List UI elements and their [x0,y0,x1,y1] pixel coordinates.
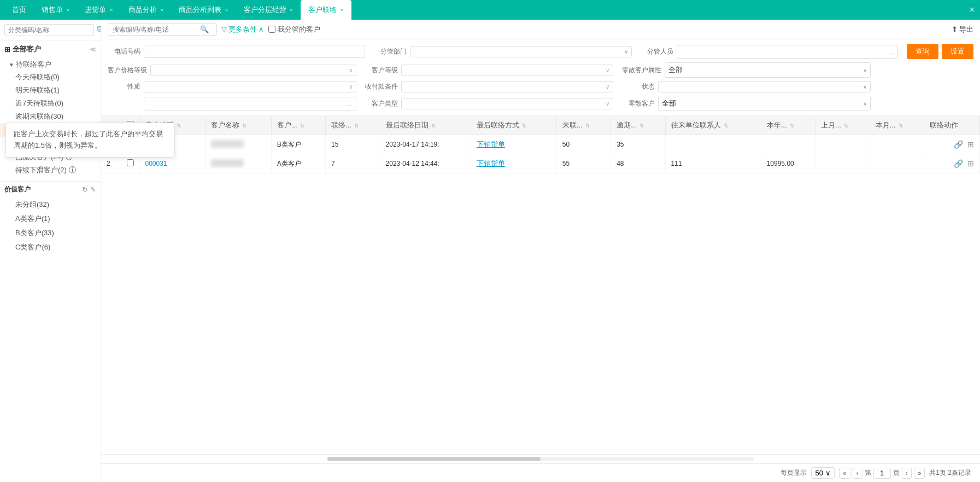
th-actions: 联络动作 [924,116,979,135]
sort-method-icon[interactable]: ⇅ [522,123,526,129]
query-button[interactable]: 查询 [907,44,938,59]
status-chevron-icon: ∨ [863,84,867,90]
sidebar-all-customers[interactable]: ⊞ 全部客户 ≪ [0,41,101,57]
my-customers-checkbox[interactable] [268,26,275,33]
filter-manager: 分管人员 ... [636,45,902,59]
edit-icon[interactable]: ✎ [90,185,96,194]
row1-last-month [815,135,870,154]
price-level-label: 客户价格等级 [108,66,147,75]
category-search-input[interactable] [4,24,94,36]
row2-overdue: 48 [611,154,665,173]
nav-product-analysis[interactable]: 商品分析 × [121,0,171,20]
sort-this-year-icon[interactable]: ⇅ [790,123,794,129]
row1-grid-icon[interactable]: ⊞ [967,140,974,149]
sort-type-icon[interactable]: ⇅ [300,123,304,129]
horizontal-scrollbar[interactable] [327,457,754,461]
next-page-button[interactable]: › [902,468,912,479]
value-customers-label: 价值客户 [4,185,31,194]
close-customer-contact-icon[interactable]: × [340,7,343,13]
phone-input[interactable] [144,45,365,58]
sort-contacts-icon[interactable]: ⇅ [724,123,728,129]
filter-payment-terms: 收付款条件 ∨ [361,81,618,92]
close-product-analysis-icon[interactable]: × [160,7,163,13]
sort-date-icon[interactable]: ⇅ [431,123,436,129]
sidebar-item-7day-contact[interactable]: 近7天待联络(0) [0,97,101,110]
status-select[interactable]: ∨ [658,81,871,92]
row2-link-icon[interactable]: 🔗 [954,159,963,168]
sidebar-item-ungroup[interactable]: 未分组(32) [0,198,101,212]
nav-customer-contact[interactable]: 客户联络 × [301,0,351,20]
page-size-selector[interactable]: 50 ∨ [811,467,834,479]
table-body: 1 000039 B类客户 15 2023-04-17 14:19: 下销货单 [101,135,980,173]
phone-label: 电话号码 [108,47,140,56]
nav-purchase-order[interactable]: 进货单 × [77,0,120,20]
sort-last-month-icon[interactable]: ⇅ [844,123,848,129]
status-label: 状态 [622,82,655,91]
row1-link-icon[interactable]: 🔗 [954,140,963,149]
extra-input[interactable]: ... [144,97,356,111]
department-chevron-icon: ∨ [624,49,628,55]
sort-unlisted-icon[interactable]: ⇅ [585,123,590,129]
per-page-label: 每页显示 [781,468,807,478]
sort-contact-icon[interactable]: ⇅ [354,123,359,129]
chevron-up-icon: ∧ [259,25,264,33]
page-label-pre: 第 [865,468,871,478]
collapse-sidebar-icon[interactable]: ≪ [90,46,96,53]
category-search-icon[interactable]: 🔍 [96,26,101,34]
prev-page-button[interactable]: ‹ [853,468,862,479]
customer-level-select[interactable]: ∨ [401,65,614,76]
close-customer-segmentation-icon[interactable]: × [290,7,293,13]
nav-home[interactable]: 首页 [4,0,34,20]
row2-checkbox[interactable] [127,159,134,166]
row2-method-link[interactable]: 下销货单 [477,159,505,167]
export-button[interactable]: ⬆ 导出 [952,25,973,34]
grid-icon: ⊞ [4,45,10,54]
close-product-analysis-list-icon[interactable]: × [225,7,228,13]
sidebar-item-c-class[interactable]: C类客户(6) [0,240,101,254]
row2-grid-icon[interactable]: ⊞ [967,159,974,168]
department-select[interactable]: ∨ [410,46,631,57]
page-number-input[interactable] [873,468,891,479]
my-customers-checkbox-area[interactable]: 我分管的客户 [268,25,320,34]
last-page-button[interactable]: » [914,468,925,479]
nature-select[interactable]: ∨ [144,81,356,92]
customer-type-select[interactable]: ∨ [401,98,614,109]
page-label: 页 [893,468,900,478]
nav-sales-order[interactable]: 销售单 × [34,0,77,20]
more-conditions-button[interactable]: ▽ 更多条件 ∧ [221,25,264,34]
refresh-icon[interactable]: ↻ [82,185,88,194]
th-this-year: 本年... ⇅ [761,116,815,135]
sort-name-icon[interactable]: ⇅ [242,123,247,129]
close-purchase-order-icon[interactable]: × [109,7,113,13]
scrollbar-thumb[interactable] [327,457,541,461]
row1-method-link[interactable]: 下销货单 [477,140,505,148]
department-label: 分管部门 [374,47,407,56]
payment-select[interactable]: ∨ [401,81,614,92]
retail-customer-select[interactable]: 全部 ∨ [658,96,871,111]
sidebar-bottom: 价值客户 ↻ ✎ [0,181,101,198]
close-sales-order-icon[interactable]: × [66,7,69,13]
settings-button[interactable]: 设置 [942,44,973,59]
sort-code-icon[interactable]: ⇅ [177,123,181,129]
retail-attr-select[interactable]: 全部 ∨ [665,62,871,78]
filter-nature: 性质 ∨ [108,81,361,92]
sidebar-item-a-class[interactable]: A类客户(1) [0,212,101,226]
sidebar-item-overdue-contact[interactable]: 逾期未联络(30) [0,110,101,123]
sidebar-item-tomorrow-contact[interactable]: 明天待联络(1) [0,84,101,97]
sidebar-section-pending[interactable]: ▼ 待联络客户 [0,57,101,71]
sidebar-item-b-class[interactable]: B类客户(33) [0,226,101,240]
nav-product-analysis-list[interactable]: 商品分析列表 × [171,0,236,20]
first-page-button[interactable]: « [839,468,850,479]
app-close-button[interactable]: × [970,5,975,15]
customer-type-chevron-icon: ∨ [606,101,609,107]
sidebar-item-today-contact[interactable]: 今天待联络(0) [0,71,101,84]
row2-name-blurred [211,159,244,167]
nav-customer-segmentation[interactable]: 客户分层经营 × [236,0,301,20]
price-level-select[interactable]: ∨ [150,65,356,76]
customer-search-input[interactable] [113,26,200,33]
sidebar-item-declining[interactable]: 持续下滑客户(2) ⓘ [0,164,101,177]
manager-input[interactable]: ... [677,45,898,59]
sort-overdue-icon[interactable]: ⇅ [639,123,644,129]
sort-this-month-icon[interactable]: ⇅ [899,123,903,129]
manager-label: 分管人员 [641,47,673,56]
